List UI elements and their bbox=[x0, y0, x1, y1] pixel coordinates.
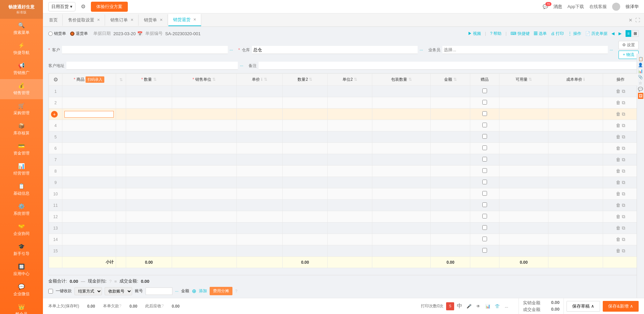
package-qty-cell[interactable] bbox=[372, 234, 431, 245]
copy-row-btn[interactable]: ⧉ bbox=[621, 225, 626, 232]
unit2-cell[interactable] bbox=[327, 97, 372, 109]
delete-row-btn[interactable]: 🗑 bbox=[615, 247, 621, 254]
sort-cell[interactable] bbox=[116, 154, 126, 166]
sort-cell[interactable] bbox=[116, 131, 126, 143]
quantity2-cell[interactable] bbox=[283, 143, 328, 154]
unit-price-info-icon[interactable]: ℹ bbox=[261, 77, 263, 82]
sales-unit-cell[interactable] bbox=[172, 245, 236, 257]
address-input[interactable] bbox=[66, 62, 238, 70]
delete-row-btn[interactable]: 🗑 bbox=[615, 111, 621, 117]
toolbar-icon-5[interactable]: 📊 bbox=[484, 302, 492, 310]
right-panel-icon-2[interactable]: 👤 bbox=[638, 63, 643, 67]
add-row-btn[interactable]: + bbox=[51, 111, 58, 118]
gift-checkbox[interactable] bbox=[482, 100, 487, 105]
sales-unit-cell[interactable] bbox=[172, 143, 236, 154]
unit2-cell[interactable] bbox=[327, 223, 372, 234]
delete-row-btn[interactable]: 🗑 bbox=[615, 133, 621, 140]
quantity2-cell[interactable] bbox=[283, 120, 328, 131]
quantity-cell[interactable] bbox=[126, 143, 172, 154]
available-cell[interactable] bbox=[499, 97, 548, 109]
available-cell[interactable] bbox=[499, 188, 548, 200]
cost-price-cell[interactable] bbox=[548, 143, 603, 154]
cost-price-cell[interactable] bbox=[548, 211, 603, 223]
delete-row-btn[interactable]: 🗑 bbox=[615, 190, 621, 197]
tab-sales-order[interactable]: 销售订单 ✕ bbox=[106, 14, 139, 26]
table-settings-btn[interactable]: ⚙ bbox=[53, 76, 58, 83]
message-badge-container[interactable]: 💬 70 bbox=[543, 4, 548, 9]
save-draft-btn[interactable]: 保存草稿 ∧ bbox=[567, 301, 600, 312]
unit2-cell[interactable] bbox=[327, 211, 372, 223]
sales-unit-cell[interactable] bbox=[172, 131, 236, 143]
quantity2-cell[interactable] bbox=[283, 109, 328, 120]
delete-row-btn[interactable]: 🗑 bbox=[615, 122, 621, 129]
package-qty-cell[interactable] bbox=[372, 200, 431, 211]
delete-row-btn[interactable]: 🗑 bbox=[615, 168, 621, 174]
available-cell[interactable] bbox=[499, 109, 548, 120]
package-qty-cell[interactable] bbox=[372, 86, 431, 97]
unit2-cell[interactable] bbox=[327, 143, 372, 154]
package-qty-cell[interactable] bbox=[372, 177, 431, 188]
cost-price-cell[interactable] bbox=[548, 200, 603, 211]
sort-cell[interactable] bbox=[116, 166, 126, 177]
gift-checkbox[interactable] bbox=[482, 157, 487, 162]
quantity-cell[interactable] bbox=[126, 131, 172, 143]
barcode-scan-btn[interactable]: 扫码录入 bbox=[86, 76, 104, 83]
one-click-payment-checkbox[interactable] bbox=[48, 289, 53, 294]
sales-unit-cell[interactable] bbox=[172, 154, 236, 166]
amount-cell[interactable] bbox=[431, 131, 470, 143]
th-price-sort[interactable]: ⇅ bbox=[264, 77, 267, 82]
product-cell[interactable] bbox=[62, 211, 116, 223]
radio-return-single-input[interactable] bbox=[70, 32, 74, 36]
prev-record-icon[interactable]: ◀ bbox=[611, 31, 614, 36]
quantity-cell[interactable] bbox=[126, 120, 172, 131]
table-view-btn[interactable]: ≡ bbox=[626, 30, 631, 37]
tab-price-settings-close[interactable]: ✕ bbox=[97, 18, 100, 22]
credit-info-icon[interactable]: ? bbox=[119, 304, 121, 308]
card-view-btn[interactable]: ⊞ bbox=[632, 30, 639, 37]
unit2-cell[interactable] bbox=[327, 188, 372, 200]
gift-checkbox[interactable] bbox=[482, 180, 487, 184]
cost-price-info-icon[interactable]: ℹ bbox=[583, 77, 585, 82]
quantity-cell[interactable] bbox=[126, 234, 172, 245]
unit2-cell[interactable] bbox=[327, 200, 372, 211]
radio-sales-single[interactable]: 销货单 bbox=[48, 31, 66, 37]
unit-price-cell[interactable] bbox=[236, 109, 282, 120]
unit2-cell[interactable] bbox=[327, 131, 372, 143]
operations-btn[interactable]: ⋮ 操作 bbox=[568, 31, 581, 37]
cost-price-cell[interactable] bbox=[548, 109, 603, 120]
experience-btn[interactable]: 体验行业方案 bbox=[91, 2, 128, 12]
cost-price-cell[interactable] bbox=[548, 223, 603, 234]
product-cell[interactable] bbox=[62, 86, 116, 97]
package-qty-cell[interactable] bbox=[372, 143, 431, 154]
delete-row-btn[interactable]: 🗑 bbox=[615, 213, 621, 220]
th-unit-sort[interactable]: ⇅ bbox=[212, 77, 216, 82]
unit-price-cell[interactable] bbox=[236, 200, 282, 211]
right-panel-icon-1[interactable]: 📋 bbox=[638, 56, 643, 61]
quantity-cell[interactable] bbox=[126, 86, 172, 97]
product-cell[interactable] bbox=[62, 120, 116, 131]
delete-row-btn[interactable]: 🗑 bbox=[615, 88, 621, 95]
package-qty-cell[interactable] bbox=[372, 166, 431, 177]
sidebar-item-appstore[interactable]: 🔲 应用中心 bbox=[0, 260, 43, 280]
date-picker[interactable]: 2023-03-20 📅 bbox=[113, 31, 143, 36]
th-amount-sort[interactable]: ⇅ bbox=[453, 77, 457, 82]
amount-cell[interactable] bbox=[431, 86, 470, 97]
copy-row-btn[interactable]: ⧉ bbox=[621, 202, 626, 209]
select-order-btn[interactable]: ☰ 选单 bbox=[534, 31, 547, 37]
sort-cell[interactable] bbox=[116, 177, 126, 188]
sort-cell[interactable] bbox=[116, 97, 126, 109]
quantity2-cell[interactable] bbox=[283, 211, 328, 223]
radio-return-single[interactable]: 退货单 bbox=[70, 31, 88, 37]
quantity-cell[interactable] bbox=[126, 200, 172, 211]
add-fee-icon[interactable]: ⊕ bbox=[192, 288, 196, 294]
salesperson-select-icon[interactable]: ··· bbox=[610, 48, 613, 52]
amount-cell[interactable] bbox=[431, 234, 470, 245]
sales-unit-cell[interactable] bbox=[172, 177, 236, 188]
sales-unit-cell[interactable] bbox=[172, 86, 236, 97]
quantity2-cell[interactable] bbox=[283, 188, 328, 200]
cost-price-cell[interactable] bbox=[548, 154, 603, 166]
sort-cell[interactable] bbox=[116, 120, 126, 131]
unit-price-cell[interactable] bbox=[236, 177, 282, 188]
sort-cell[interactable] bbox=[116, 234, 126, 245]
available-cell[interactable] bbox=[499, 245, 548, 257]
